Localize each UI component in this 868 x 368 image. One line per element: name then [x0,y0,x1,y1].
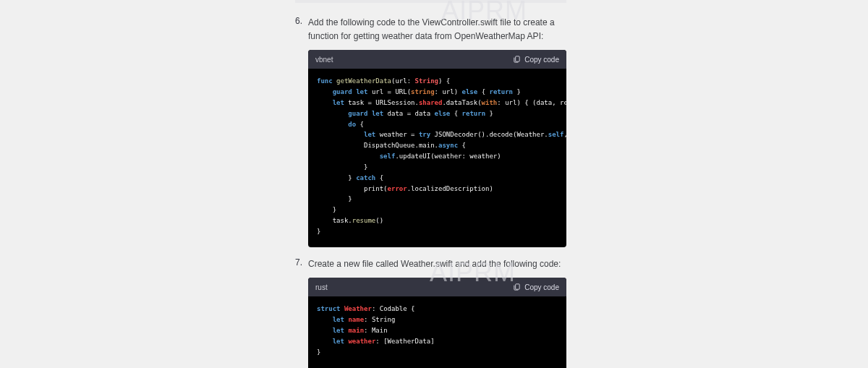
code-header: vbnet Copy code [308,50,566,69]
code-content[interactable]: func getWeatherData(url: String) { guard… [308,69,566,247]
copy-code-label: Copy code [524,283,559,291]
copy-code-button[interactable]: Copy code [513,283,559,292]
clipboard-icon [513,283,521,292]
steps-list: Add the following code to the ViewContro… [295,16,566,368]
code-language-label: rust [315,283,328,291]
copy-code-label: Copy code [524,56,559,64]
code-header: rust Copy code [308,278,566,296]
code-block: vbnet Copy code func getWeatherData(url:… [308,50,566,247]
content-column: Add the following code to the ViewContro… [295,0,566,368]
copy-code-button[interactable]: Copy code [513,55,559,64]
step-7: Create a new file called Weather.swift a… [295,257,566,368]
code-block: rust Copy code struct Weather: Codable {… [308,278,566,368]
code-content[interactable]: struct Weather: Codable { let name: Stri… [308,296,566,368]
clipboard-icon [513,55,521,64]
code-language-label: vbnet [315,56,333,64]
svg-rect-0 [516,56,520,61]
step-6: Add the following code to the ViewContro… [295,16,566,247]
step-text: Add the following code to the ViewContro… [308,16,566,43]
svg-rect-1 [516,284,520,289]
prev-block-edge [295,0,566,3]
step-text: Create a new file called Weather.swift a… [308,257,566,271]
